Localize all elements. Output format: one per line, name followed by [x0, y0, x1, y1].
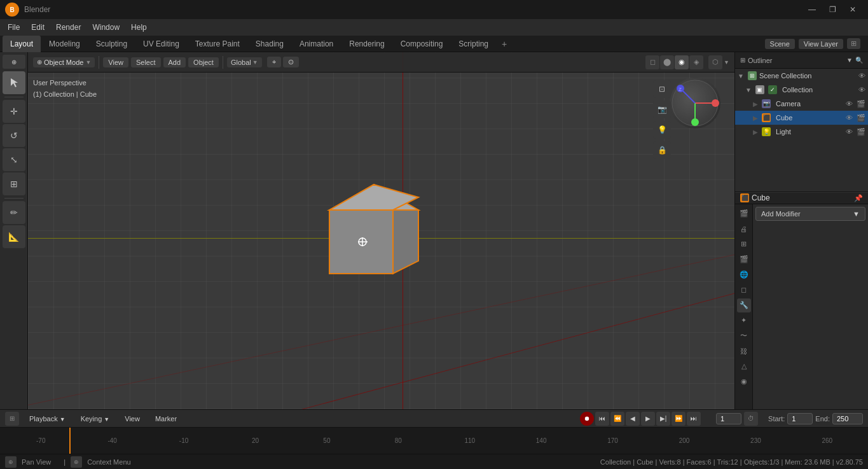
snap-toggle[interactable]: ⌖ — [267, 57, 281, 67]
annotate-tool-button[interactable]: ✏ — [3, 201, 25, 224]
statusbar-mode-icon-2[interactable]: ⊕ — [71, 456, 82, 468]
tab-shading[interactable]: Shading — [248, 36, 291, 52]
prop-material-icon[interactable]: ◉ — [737, 375, 751, 389]
prop-world-icon[interactable]: 🌐 — [737, 268, 751, 282]
cube-render-icon[interactable]: 🎬 — [857, 114, 865, 122]
render-preview-toggle[interactable]: 💡 — [653, 121, 671, 139]
tab-compositing[interactable]: Compositing — [393, 36, 451, 52]
camera-view-toggle[interactable]: 📷 — [653, 101, 671, 118]
tab-layout[interactable]: Layout — [3, 36, 41, 52]
overlays-chevron[interactable]: ▼ — [724, 59, 729, 66]
close-button[interactable]: ✕ — [843, 0, 863, 19]
prop-physics-icon[interactable]: 〜 — [737, 329, 751, 343]
menu-help[interactable]: Help — [126, 22, 152, 33]
keying-menu[interactable]: Keying ▼ — [76, 414, 115, 424]
outliner-camera[interactable]: ▶ 📷 Camera 👁 🎬 — [735, 97, 868, 111]
menu-file[interactable]: File — [3, 22, 25, 33]
mode-icon[interactable]: ⊕ — [3, 55, 25, 69]
object-pin-icon[interactable]: 📌 — [854, 194, 863, 202]
scene-eye-icon[interactable]: 👁 — [858, 72, 865, 80]
cube-3d-object[interactable] — [310, 159, 437, 286]
scale-tool-button[interactable]: ⤡ — [3, 148, 25, 171]
light-eye-icon[interactable]: 👁 — [846, 128, 853, 136]
editor-type-icon[interactable]: ⊞ — [847, 38, 860, 49]
marker-menu[interactable]: Marker — [150, 414, 182, 424]
viewport-3d[interactable]: ⊕ Object Mode ▼ View Select Add Object G… — [28, 52, 734, 409]
jump-end-button[interactable]: ⏭ — [687, 412, 701, 426]
transform-tool-button[interactable]: ⊞ — [3, 172, 25, 195]
view-menu[interactable]: View — [120, 414, 145, 424]
cube-eye-icon[interactable]: 👁 — [846, 114, 853, 122]
tab-scripting[interactable]: Scripting — [451, 36, 496, 52]
camera-render-icon[interactable]: 🎬 — [857, 100, 865, 108]
wireframe-mode-button[interactable]: ◻ — [645, 55, 659, 69]
viewport-add-menu[interactable]: Add — [163, 57, 186, 67]
outliner-light[interactable]: ▶ 💡 Light 👁 🎬 — [735, 125, 868, 139]
prop-render-icon[interactable]: 🎬 — [737, 207, 751, 221]
menu-window[interactable]: Window — [87, 22, 125, 33]
viewport-gizmo[interactable]: X Y Z — [670, 78, 727, 135]
viewport-view-menu[interactable]: View — [103, 57, 128, 67]
next-keyframe-button[interactable]: ⏩ — [672, 412, 685, 426]
prop-modifier-icon[interactable]: 🔧 — [737, 298, 751, 312]
prop-output-icon[interactable]: 🖨 — [737, 222, 751, 236]
jump-start-button[interactable]: ⏮ — [595, 412, 609, 426]
prop-object-data-icon[interactable]: △ — [737, 360, 751, 374]
step-forward-button[interactable]: ▶| — [656, 412, 670, 426]
measure-tool-button[interactable]: 📐 — [3, 225, 25, 248]
restore-button[interactable]: ❐ — [822, 0, 843, 19]
playhead[interactable] — [69, 428, 71, 454]
menu-edit[interactable]: Edit — [26, 22, 50, 33]
playback-menu[interactable]: Playback ▼ — [24, 414, 71, 424]
prop-view-layer-icon[interactable]: ⊞ — [737, 237, 751, 251]
overlays-button[interactable]: ⬡ — [708, 55, 722, 69]
play-button[interactable]: ▶ — [641, 412, 655, 426]
outliner-collection[interactable]: ▼ ▣ ✓ Collection 👁 — [735, 83, 868, 97]
scene-selector[interactable]: Scene — [765, 39, 795, 49]
tab-rendering[interactable]: Rendering — [341, 36, 392, 52]
add-workspace-button[interactable]: + — [497, 37, 512, 51]
object-mode-selector[interactable]: ⊕ Object Mode ▼ — [33, 57, 95, 67]
select-tool-button[interactable] — [3, 71, 25, 94]
solid-mode-button[interactable]: ⬤ — [660, 55, 674, 69]
step-back-button[interactable]: ◀ — [626, 412, 640, 426]
statusbar-mode-icon[interactable]: ⊕ — [5, 456, 17, 468]
light-render-icon[interactable]: 🎬 — [857, 128, 865, 136]
orientation-selector[interactable]: Global ▼ — [227, 57, 262, 67]
tab-modeling[interactable]: Modeling — [41, 36, 88, 52]
outliner-filter-icon[interactable]: ▼ — [846, 57, 853, 64]
prop-object-icon[interactable]: ◻ — [737, 283, 751, 297]
move-tool-button[interactable]: ✛ — [3, 100, 25, 123]
view-layer-selector[interactable]: View Layer — [799, 39, 843, 49]
prev-keyframe-button[interactable]: ⏪ — [610, 412, 624, 426]
outliner-search-icon[interactable]: 🔍 — [855, 57, 863, 64]
collection-eye-icon[interactable]: 👁 — [858, 86, 865, 94]
timeline-type-icon[interactable]: ⊞ — [5, 412, 19, 426]
timeline-track[interactable]: -70 -40 -10 20 50 80 110 140 170 200 230… — [0, 428, 868, 454]
camera-eye-icon[interactable]: 👁 — [846, 100, 853, 108]
perspective-ortho-toggle[interactable]: ⊡ — [653, 80, 671, 98]
rotate-tool-button[interactable]: ↺ — [3, 124, 25, 147]
prop-scene-icon[interactable]: 🎬 — [737, 253, 751, 267]
navigation-gizmo[interactable]: X Y Z — [670, 78, 720, 129]
material-preview-button[interactable]: ◉ — [675, 55, 689, 69]
outliner-scene-collection[interactable]: ▼ ⊞ Scene Collection 👁 — [735, 69, 868, 83]
tab-sculpting[interactable]: Sculpting — [88, 36, 135, 52]
viewport-select-menu[interactable]: Select — [131, 57, 161, 67]
proportional-edit-toggle[interactable]: ⊙ — [283, 57, 299, 67]
add-modifier-button[interactable]: Add Modifier ▼ — [755, 207, 865, 221]
tab-animation[interactable]: Animation — [292, 36, 341, 52]
viewport-lock-toggle[interactable]: 🔒 — [653, 141, 671, 159]
record-button[interactable]: ⏺ — [580, 412, 594, 426]
current-frame-input[interactable] — [716, 413, 741, 424]
outliner-cube[interactable]: ▶ ⬛ Cube 👁 🎬 — [735, 111, 868, 125]
menu-render[interactable]: Render — [51, 22, 86, 33]
tab-uv-editing[interactable]: UV Editing — [135, 36, 187, 52]
end-frame-input[interactable] — [832, 413, 863, 424]
tab-texture-paint[interactable]: Texture Paint — [188, 36, 247, 52]
prop-constraints-icon[interactable]: ⛓ — [737, 344, 751, 358]
rendered-mode-button[interactable]: ◈ — [689, 55, 703, 69]
viewport-object-menu[interactable]: Object — [188, 57, 219, 67]
prop-particles-icon[interactable]: ✦ — [737, 314, 751, 328]
start-frame-input[interactable] — [787, 413, 813, 424]
